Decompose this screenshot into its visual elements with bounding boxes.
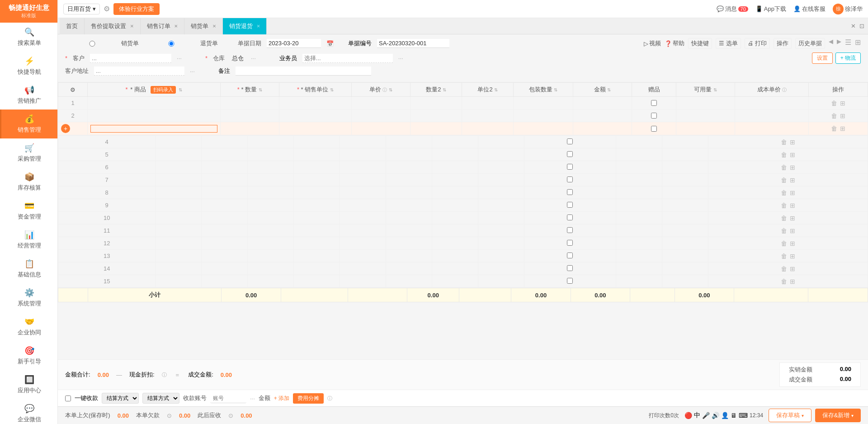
copy-row-icon[interactable]: ⊞ [790,138,795,146]
delete-row-icon[interactable]: 🗑 [781,202,787,209]
close-icon[interactable]: × [175,23,178,29]
notification-btn[interactable]: 💬 消息 70 [717,5,748,13]
logistics-btn[interactable]: + 物流 [835,52,861,64]
sidebar-item-inventory[interactable]: 📦 库存核算 [0,167,57,196]
maximize-icon[interactable]: ⊡ [859,23,868,29]
sales-unit-cell[interactable] [279,97,352,110]
cost-price-cell[interactable] [735,97,809,110]
sort-icon[interactable]: ⇅ [330,87,334,92]
qty2-cell[interactable] [410,97,462,110]
delete-row-icon[interactable]: 🗑 [781,227,787,234]
sort-icon[interactable]: ⇅ [389,87,392,92]
gift-checkbox[interactable] [567,252,573,258]
fee-split-btn[interactable]: 费用分摊 [293,393,324,404]
sort-icon[interactable]: ⇅ [713,87,717,92]
copy-row-icon[interactable]: ⊞ [790,252,795,260]
gift-cell[interactable] [632,97,676,110]
settings-action-btn[interactable]: 设置 [812,52,833,64]
tab-sales-order[interactable]: 销售订单 × [141,18,185,34]
select-btn[interactable]: ☰ 选单 [716,38,741,49]
sidebar-item-app-center[interactable]: 🔲 应用中心 [0,370,57,399]
sidebar-item-collab[interactable]: 🤝 企业协同 [0,312,57,341]
sidebar-item-guide[interactable]: 🎯 新手引导 [0,341,57,370]
delete-row-icon[interactable]: 🗑 [781,176,787,184]
help-btn[interactable]: ❓ 帮助 [665,38,684,49]
available-cell[interactable] [676,97,735,110]
next-icon[interactable]: ▶ [837,38,841,49]
sidebar-item-sales[interactable]: 💰 销售管理 [0,110,57,138]
delete-row-icon[interactable]: 🗑 [781,252,787,260]
industry-selector[interactable]: 日用百货 ▾ [63,4,100,14]
bill-number-input[interactable] [377,39,449,48]
copy-row-icon[interactable]: ⊞ [790,151,795,158]
copy-row-icon[interactable]: ⊞ [790,265,795,272]
experience-btn[interactable]: 体验行业方案 [113,3,160,15]
date-input[interactable] [267,39,321,48]
sidebar-item-search[interactable]: 🔍 搜索菜单 [0,23,57,52]
gift-checkbox[interactable] [567,189,573,195]
sale-bill-radio[interactable]: 销货单 [65,39,139,48]
warehouse-more-icon[interactable]: ··· [251,55,256,62]
sidebar-item-marketing[interactable]: 📢 营销推广 [0,81,57,110]
col-gear-icon[interactable]: ⚙ [70,86,75,93]
copy-row-icon[interactable]: ⊞ [790,227,795,234]
save-draft-btn[interactable]: 保存草稿 ▾ [769,409,811,422]
close-icon[interactable]: × [130,23,134,29]
salesperson-more-icon[interactable]: ··· [398,55,403,62]
gift-checkbox[interactable] [567,265,573,271]
copy-row-icon[interactable]: ⊞ [790,202,795,209]
sidebar-item-basic-info[interactable]: 📋 基础信息 [0,254,57,283]
tab-sales-bill[interactable]: 销货单 × [184,18,223,34]
save-new-btn[interactable]: 保存&新增 ▾ [815,409,861,422]
account-input[interactable] [210,394,246,403]
customer-more-icon[interactable]: ··· [177,55,182,62]
print-btn[interactable]: 🖨 打印 [745,38,770,49]
tab-sales-return[interactable]: 销货退货 × [223,18,267,34]
grid-view-icon[interactable]: ⊞ [855,38,861,49]
one-key-collect-checkbox[interactable] [65,395,71,401]
sort-icon[interactable]: ⇅ [179,87,182,92]
copy-row-icon[interactable]: ⊞ [840,112,845,119]
delete-row-icon[interactable]: 🗑 [781,278,787,285]
user-profile[interactable]: 徐 徐泽华 [833,4,863,14]
product-cell[interactable] [88,97,220,110]
gift-checkbox[interactable] [567,176,573,182]
copy-row-icon[interactable]: ⊞ [790,176,795,184]
unit2-cell[interactable] [462,97,514,110]
return-radio-input[interactable] [144,41,198,47]
tab-home[interactable]: 首页 [60,18,85,34]
account-more-icon[interactable]: ··· [250,395,255,402]
gift-checkbox[interactable] [651,100,657,106]
amount-cell[interactable] [573,97,632,110]
delete-row-icon[interactable]: 🗑 [781,214,787,222]
quantity-cell[interactable] [220,97,279,110]
delete-row-icon[interactable]: 🗑 [781,240,787,247]
close-icon[interactable]: × [212,23,216,29]
copy-row-icon[interactable]: ⊞ [790,189,795,196]
delete-row-icon[interactable]: 🗑 [831,125,837,132]
scan-btn[interactable]: 扫码录入 [151,86,176,94]
gift-checkbox[interactable] [567,151,573,157]
sidebar-item-purchase[interactable]: 🛒 采购管理 [0,138,57,167]
history-btn[interactable]: 历史单据 [795,38,825,49]
unit-price-cell[interactable] [351,97,410,110]
sidebar-item-wechat[interactable]: 💬 企业微信 [0,399,57,424]
gift-checkbox[interactable] [651,126,657,132]
gift-checkbox[interactable] [651,113,657,119]
return-bill-radio[interactable]: 退货单 [144,39,218,48]
online-service-btn[interactable]: 👤 在线客服 [793,5,826,13]
operate-btn[interactable]: 操作 [774,38,792,49]
shortcut-btn[interactable]: 快捷键 [688,38,712,49]
app-download-btn[interactable]: 📱 App下载 [755,5,786,13]
package-qty-cell[interactable] [514,97,573,110]
calendar-icon[interactable]: 📅 [326,40,334,47]
sort-icon[interactable]: ⇅ [554,87,557,92]
gift-checkbox[interactable] [567,164,573,170]
gift-checkbox[interactable] [567,227,573,233]
gift-checkbox[interactable] [567,278,573,284]
sidebar-item-management[interactable]: 📊 经营管理 [0,225,57,254]
copy-row-icon[interactable]: ⊞ [840,125,845,132]
customer-input[interactable] [90,54,171,63]
copy-row-icon[interactable]: ⊞ [790,214,795,222]
sort-icon[interactable]: ⇅ [607,87,611,92]
